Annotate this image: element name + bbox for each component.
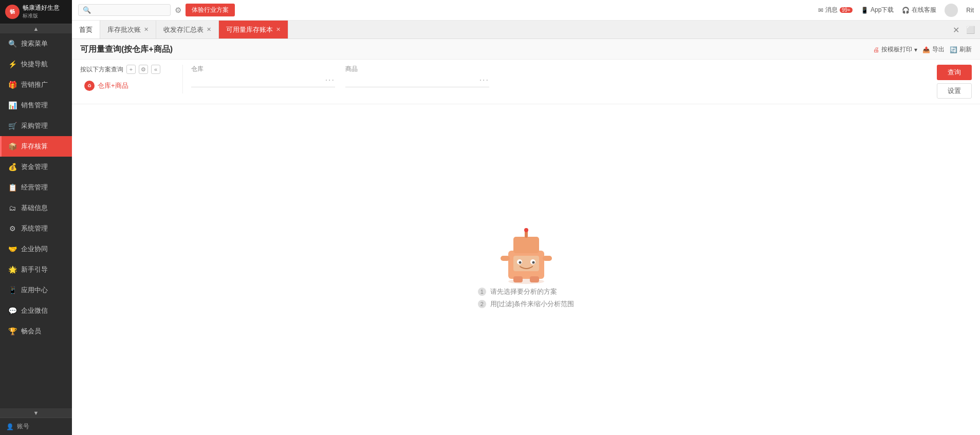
goods-input[interactable]: [345, 77, 476, 84]
lightning-icon: ⚡: [8, 60, 17, 68]
sidebar: 畅 畅康通好生意 标准版 ▲ 🔍 搜索菜单 ⚡ 快捷导航 🎁 营销推广 📊 销售…: [0, 0, 72, 435]
message-action[interactable]: ✉ 消息 99+: [818, 6, 853, 14]
settings-button[interactable]: 设置: [937, 83, 972, 99]
online-service-label: 在线客服: [912, 6, 936, 14]
tab-close-icon[interactable]: ✕: [207, 26, 211, 33]
box-icon: 📦: [8, 142, 17, 150]
tab-available-qty[interactable]: 可用量库存账本 ✕: [219, 21, 288, 39]
tab-collection-summary[interactable]: 收发存汇总表 ✕: [156, 21, 219, 39]
main-content: 🔍 ⚙ 体验行业方案 ✉ 消息 99+ 📱 App下载 🎧 在线客服 Rit: [72, 0, 980, 435]
filter-scheme-panel: 按以下方案查询 + ⚙ « ♻ 仓库+商品: [80, 65, 183, 93]
svg-rect-7: [513, 237, 539, 253]
topbar-search-box[interactable]: 🔍: [78, 4, 171, 16]
sidebar-item-member[interactable]: 🏆 畅会员: [0, 321, 72, 342]
trial-button[interactable]: 体验行业方案: [186, 4, 235, 16]
goods-field: 商品 ···: [345, 65, 489, 87]
goods-more-icon[interactable]: ···: [479, 75, 489, 85]
handshake-icon: 🤝: [8, 245, 17, 253]
sidebar-item-enterprise[interactable]: 🤝 企业协同: [0, 239, 72, 259]
folder-icon: 🗂: [8, 204, 17, 212]
search-input[interactable]: [93, 7, 160, 14]
sidebar-scroll-up[interactable]: ▲: [0, 24, 72, 33]
sidebar-item-label: 销售管理: [21, 101, 48, 110]
svg-rect-11: [543, 256, 552, 261]
tab-home[interactable]: 首页: [72, 21, 100, 39]
warehouse-more-icon[interactable]: ···: [325, 75, 335, 85]
sidebar-item-label: 基础信息: [21, 203, 48, 213]
scheme-label: 仓库+商品: [98, 81, 128, 90]
sidebar-item-system[interactable]: ⚙ 系统管理: [0, 218, 72, 239]
settings-scheme-button[interactable]: ⚙: [139, 65, 148, 74]
sidebar-item-wechat[interactable]: 💬 企业微信: [0, 300, 72, 321]
headset-icon: 🎧: [902, 7, 910, 14]
add-scheme-button[interactable]: +: [126, 65, 136, 74]
sidebar-item-label: 企业微信: [21, 306, 48, 315]
sidebar-item-guide[interactable]: 🌟 新手引导: [0, 259, 72, 280]
message-label: 消息: [825, 6, 838, 14]
username: Rit: [966, 7, 974, 14]
chat-icon: 💬: [8, 307, 17, 315]
sidebar-item-operations[interactable]: 📋 经营管理: [0, 177, 72, 198]
printer-icon: 🖨: [873, 46, 879, 53]
sidebar-item-label: 快捷导航: [21, 60, 48, 69]
expand-icon[interactable]: ⬜: [966, 26, 975, 34]
sidebar-item-purchase[interactable]: 🛒 采购管理: [0, 116, 72, 136]
trophy-icon: 🏆: [8, 327, 17, 335]
warehouse-input-wrapper: ···: [191, 75, 335, 87]
money-icon: 💰: [8, 163, 17, 171]
sidebar-scroll-down[interactable]: ▼: [0, 408, 72, 418]
filter-scheme-header: 按以下方案查询 + ⚙ «: [80, 65, 176, 74]
star-icon: 🌟: [8, 266, 17, 274]
sidebar-item-basic[interactable]: 🗂 基础信息: [0, 198, 72, 218]
svg-rect-10: [501, 256, 510, 261]
sidebar-item-label: 资金管理: [21, 162, 48, 172]
svg-point-5: [519, 261, 521, 264]
goods-label: 商品: [345, 65, 489, 73]
sidebar-item-inventory[interactable]: 📦 库存核算: [0, 136, 72, 157]
message-badge: 99+: [840, 7, 853, 13]
svg-point-6: [532, 261, 534, 264]
app-download-action[interactable]: 📱 App下载: [861, 6, 894, 14]
sidebar-footer[interactable]: 👤 账号: [0, 418, 72, 435]
sidebar-item-marketing[interactable]: 🎁 营销推广: [0, 74, 72, 95]
hint-number-1: 1: [478, 288, 486, 296]
warehouse-label: 仓库: [191, 65, 335, 73]
print-dropdown-icon[interactable]: ▾: [914, 46, 917, 53]
query-button[interactable]: 查询: [937, 65, 972, 80]
sidebar-item-label: 搜索菜单: [21, 39, 48, 48]
goods-input-wrapper: ···: [345, 75, 489, 87]
topbar: 🔍 ⚙ 体验行业方案 ✉ 消息 99+ 📱 App下载 🎧 在线客服 Rit: [72, 0, 980, 21]
export-label: 导出: [932, 45, 945, 54]
message-icon: ✉: [818, 7, 823, 14]
sidebar-header: 畅 畅康通好生意 标准版: [0, 0, 72, 24]
online-service-action[interactable]: 🎧 在线客服: [902, 6, 936, 14]
sidebar-title: 畅康通好生意: [23, 4, 60, 12]
export-action[interactable]: 📤 导出: [922, 45, 945, 54]
tabbar: 首页 库存批次账 ✕ 收发存汇总表 ✕ 可用量库存账本 ✕ ✕ ⬜: [72, 21, 980, 39]
tab-batch-ledger-label: 库存批次账: [107, 25, 141, 34]
user-icon: 👤: [6, 423, 14, 430]
scheme-warehouse-goods[interactable]: ♻ 仓库+商品: [80, 78, 176, 93]
tab-close-icon[interactable]: ✕: [276, 26, 281, 33]
hint-text-2: 用[过滤]条件来缩小分析范围: [490, 299, 574, 309]
page-title: 可用量查询(按仓库+商品): [80, 44, 173, 55]
refresh-action[interactable]: 🔄 刷新: [950, 45, 972, 54]
sidebar-item-shortcut[interactable]: ⚡ 快捷导航: [0, 54, 72, 74]
refresh-label: 刷新: [959, 45, 972, 54]
collapse-scheme-button[interactable]: «: [151, 65, 160, 74]
page-actions: 🖨 按模板打印 ▾ 📤 导出 🔄 刷新: [873, 45, 972, 54]
warehouse-input[interactable]: [191, 77, 322, 84]
sidebar-item-finance[interactable]: 💰 资金管理: [0, 157, 72, 177]
sidebar-item-sales[interactable]: 📊 销售管理: [0, 95, 72, 116]
tab-close-icon[interactable]: ✕: [144, 26, 149, 33]
close-all-tabs-icon[interactable]: ✕: [953, 25, 959, 34]
sidebar-item-search[interactable]: 🔍 搜索菜单: [0, 33, 72, 54]
topbar-actions: ✉ 消息 99+ 📱 App下载 🎧 在线客服 Rit: [818, 4, 974, 17]
tab-collection-summary-label: 收发存汇总表: [163, 25, 204, 34]
print-action[interactable]: 🖨 按模板打印 ▾: [873, 45, 917, 54]
tab-batch-ledger[interactable]: 库存批次账 ✕: [100, 21, 156, 39]
avatar: [945, 4, 958, 17]
print-label: 按模板打印: [881, 45, 912, 54]
sidebar-item-apps[interactable]: 📱 应用中心: [0, 280, 72, 300]
settings-icon[interactable]: ⚙: [175, 6, 181, 15]
